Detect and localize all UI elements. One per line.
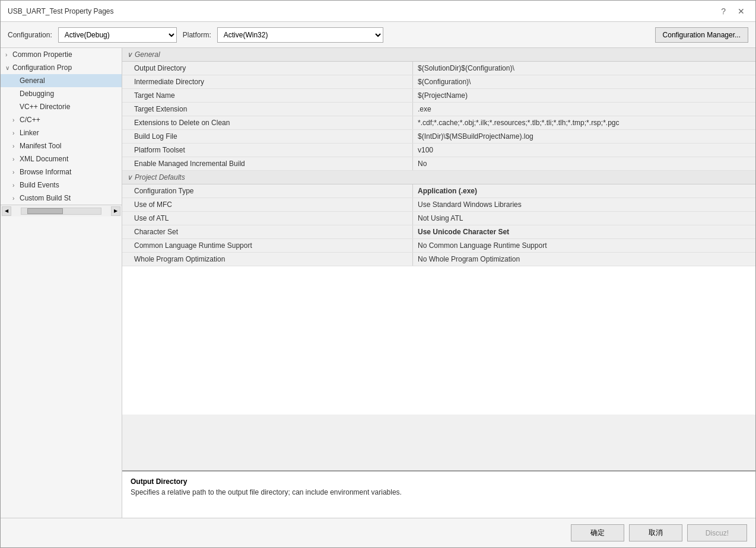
prop-row-general-4[interactable]: Extensions to Delete on Clean*.cdf;*.cac… [122, 116, 755, 130]
prop-row-project-defaults-5[interactable]: Whole Program OptimizationNo Whole Progr… [122, 253, 755, 266]
config-bar: Configuration: Active(Debug) Platform: A… [1, 22, 755, 48]
main-content: › Common Propertie∨ Configuration Prop G… [1, 48, 755, 518]
config-manager-button[interactable]: Configuration Manager... [655, 27, 748, 43]
sidebar-item-config-props[interactable]: ∨ Configuration Prop [1, 61, 122, 74]
prop-value-project-defaults-1: Use Standard Windows Libraries [413, 198, 755, 211]
prop-row-general-0[interactable]: Output Directory$(SolutionDir)$(Configur… [122, 62, 755, 75]
prop-name-general-6: Platform Toolset [122, 144, 413, 157]
sidebar-item-general[interactable]: General [1, 74, 122, 87]
prop-value-general-2: $(ProjectName) [413, 89, 755, 102]
configuration-select[interactable]: Active(Debug) [58, 27, 177, 43]
sidebar-label-config-props: Configuration Prop [12, 63, 72, 72]
sidebar-item-debugging[interactable]: Debugging [1, 87, 122, 100]
prop-value-general-1: $(Configuration)\ [413, 75, 755, 88]
section-header-general[interactable]: ∨ General [122, 48, 755, 62]
sidebar-item-linker[interactable]: › Linker [1, 126, 122, 139]
window-title: USB_UART_Test Property Pages [8, 7, 114, 15]
scrollbar-track [21, 208, 101, 215]
prop-name-project-defaults-4: Common Language Runtime Support [122, 239, 413, 252]
properties-panel: ∨ GeneralOutput Directory$(SolutionDir)$… [122, 48, 755, 518]
prop-name-general-0: Output Directory [122, 62, 413, 75]
empty-space [122, 266, 755, 415]
sidebar-label-common-props: Common Propertie [12, 50, 72, 59]
section-collapse-icon-project-defaults: ∨ [127, 173, 132, 181]
sidebar: › Common Propertie∨ Configuration Prop G… [1, 48, 122, 518]
prop-name-general-7: Enable Managed Incremental Build [122, 157, 413, 170]
scroll-left-arrow[interactable]: ◀ [2, 206, 11, 216]
sidebar-arrow-xml-document: › [12, 156, 20, 163]
prop-value-general-3: .exe [413, 103, 755, 116]
sidebar-arrow-browse-info: › [12, 169, 20, 176]
prop-row-general-7[interactable]: Enable Managed Incremental BuildNo [122, 157, 755, 171]
prop-value-general-6: v100 [413, 144, 755, 157]
sidebar-arrow-custom-build: › [12, 195, 20, 202]
prop-row-project-defaults-0[interactable]: Configuration TypeApplication (.exe) [122, 184, 755, 198]
sidebar-label-custom-build: Custom Build St [20, 194, 71, 202]
prop-value-project-defaults-3: Use Unicode Character Set [413, 225, 755, 238]
prop-table-container: ∨ GeneralOutput Directory$(SolutionDir)$… [122, 48, 755, 470]
sidebar-arrow-cpp: › [12, 117, 20, 123]
prop-row-general-3[interactable]: Target Extension.exe [122, 103, 755, 116]
sidebar-scrollbar[interactable]: ◀ ▶ [1, 205, 122, 216]
prop-name-project-defaults-0: Configuration Type [122, 184, 413, 197]
cancel-button[interactable]: 取消 [629, 524, 682, 541]
sidebar-label-xml-document: XML Document [20, 155, 68, 163]
ok-button[interactable]: 确定 [571, 524, 624, 541]
prop-row-general-1[interactable]: Intermediate Directory$(Configuration)\ [122, 75, 755, 89]
prop-value-project-defaults-4: No Common Language Runtime Support [413, 239, 755, 252]
sidebar-label-linker: Linker [20, 129, 39, 137]
discuz-button[interactable]: Discuz! [687, 524, 747, 541]
prop-name-general-1: Intermediate Directory [122, 75, 413, 88]
sidebar-label-manifest-tool: Manifest Tool [20, 142, 61, 150]
sidebar-item-custom-build[interactable]: › Custom Build St [1, 192, 122, 205]
prop-row-general-6[interactable]: Platform Toolsetv100 [122, 144, 755, 157]
section-collapse-icon-general: ∨ [127, 50, 132, 59]
sidebar-arrow-build-events: › [12, 182, 20, 189]
prop-value-general-7: No [413, 157, 755, 170]
platform-label: Platform: [183, 31, 211, 39]
prop-value-general-5: $(IntDir)\$(MSBuildProjectName).log [413, 130, 755, 143]
description-panel: Output Directory Specifies a relative pa… [122, 470, 755, 518]
sidebar-label-debugging: Debugging [20, 90, 54, 98]
prop-row-project-defaults-4[interactable]: Common Language Runtime SupportNo Common… [122, 239, 755, 253]
sidebar-arrow-linker: › [12, 130, 20, 136]
sidebar-item-xml-document[interactable]: › XML Document [1, 152, 122, 165]
prop-row-project-defaults-1[interactable]: Use of MFCUse Standard Windows Libraries [122, 198, 755, 212]
prop-value-general-4: *.cdf;*.cache;*.obj;*.ilk;*.resources;*.… [413, 116, 755, 129]
prop-name-project-defaults-5: Whole Program Optimization [122, 253, 413, 266]
sidebar-item-manifest-tool[interactable]: › Manifest Tool [1, 139, 122, 152]
sidebar-arrow-config-props: ∨ [5, 65, 12, 71]
sidebar-item-build-events[interactable]: › Build Events [1, 179, 122, 192]
scroll-right-arrow[interactable]: ▶ [111, 206, 120, 216]
prop-row-project-defaults-2[interactable]: Use of ATLNot Using ATL [122, 212, 755, 225]
prop-value-project-defaults-0: Application (.exe) [413, 184, 755, 197]
sidebar-item-browse-info[interactable]: › Browse Informat [1, 165, 122, 179]
sidebar-item-vc-dirs[interactable]: VC++ Directorie [1, 100, 122, 113]
prop-row-general-5[interactable]: Build Log File$(IntDir)\$(MSBuildProject… [122, 130, 755, 144]
prop-name-project-defaults-1: Use of MFC [122, 198, 413, 211]
close-button[interactable]: ✕ [734, 5, 748, 17]
prop-row-general-2[interactable]: Target Name$(ProjectName) [122, 89, 755, 103]
prop-value-general-0: $(SolutionDir)$(Configuration)\ [413, 62, 755, 75]
prop-name-project-defaults-2: Use of ATL [122, 212, 413, 225]
prop-name-general-4: Extensions to Delete on Clean [122, 116, 413, 129]
title-bar-controls: ? ✕ [717, 5, 748, 17]
help-button[interactable]: ? [717, 5, 729, 17]
sidebar-label-build-events: Build Events [20, 181, 59, 189]
title-bar: USB_UART_Test Property Pages ? ✕ [1, 1, 755, 22]
description-title: Output Directory [131, 477, 747, 486]
prop-value-project-defaults-2: Not Using ATL [413, 212, 755, 225]
sidebar-label-general: General [20, 77, 45, 85]
sidebar-arrow-common-props: › [5, 52, 12, 58]
footer-buttons: 确定 取消 Discuz! [1, 518, 755, 547]
prop-row-project-defaults-3[interactable]: Character SetUse Unicode Character Set [122, 225, 755, 239]
prop-name-general-2: Target Name [122, 89, 413, 102]
scrollbar-thumb[interactable] [27, 208, 63, 214]
section-label-general: General [135, 50, 160, 59]
prop-name-general-5: Build Log File [122, 130, 413, 143]
section-label-project-defaults: Project Defaults [135, 173, 185, 181]
sidebar-item-common-props[interactable]: › Common Propertie [1, 48, 122, 61]
sidebar-item-cpp[interactable]: › C/C++ [1, 113, 122, 126]
platform-select[interactable]: Active(Win32) [217, 27, 383, 43]
section-header-project-defaults[interactable]: ∨ Project Defaults [122, 171, 755, 184]
